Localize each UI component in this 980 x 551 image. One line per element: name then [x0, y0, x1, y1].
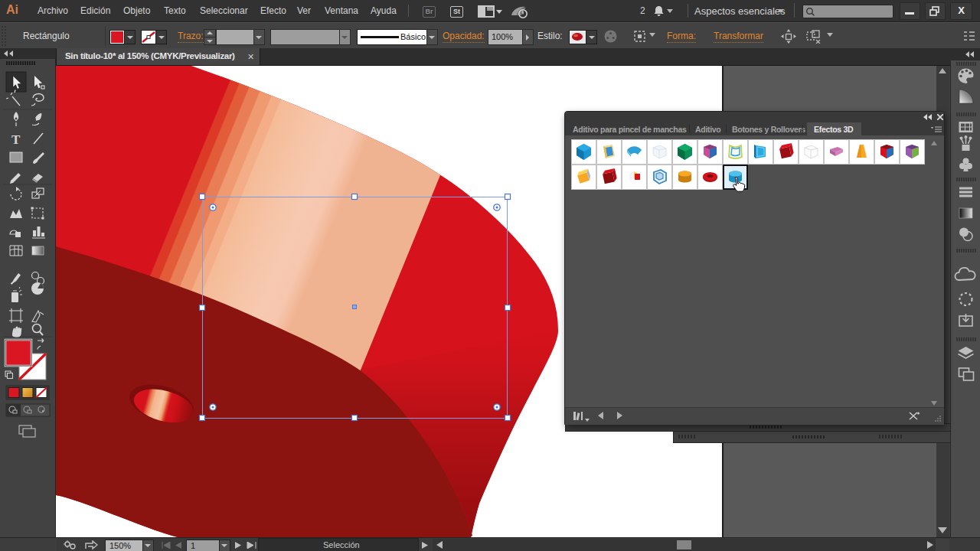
svg-text:T: T — [11, 132, 21, 147]
